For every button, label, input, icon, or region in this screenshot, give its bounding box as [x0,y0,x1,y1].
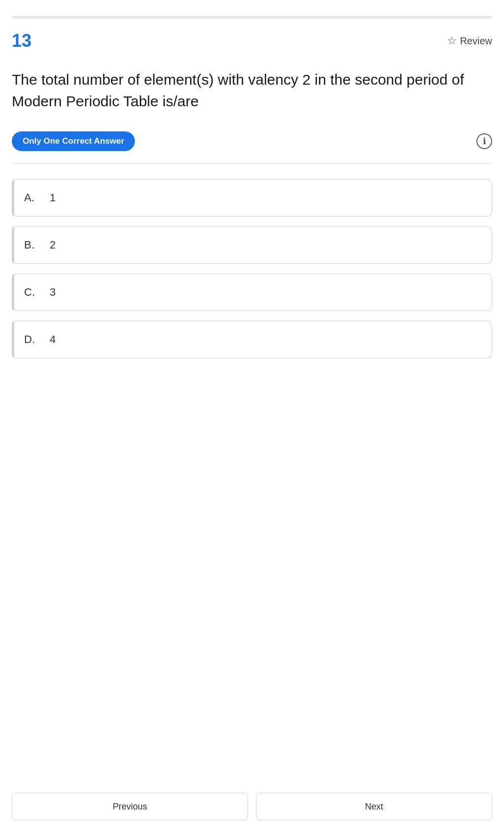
star-icon: ☆ [447,34,457,47]
review-label: Review [460,35,492,47]
option-c-value: 3 [50,286,56,299]
option-c-letter: C. [24,286,40,299]
info-symbol: ℹ [483,136,486,147]
option-a[interactable]: A. 1 [12,179,492,217]
progress-bar [12,16,492,19]
badge-row: Only One Correct Answer ℹ [12,131,492,151]
info-icon[interactable]: ℹ [476,133,492,149]
question-number: 13 [12,31,32,51]
option-c[interactable]: C. 3 [12,274,492,311]
answer-type-badge: Only One Correct Answer [12,131,135,151]
review-button[interactable]: ☆ Review [447,34,492,47]
option-b[interactable]: B. 2 [12,226,492,264]
bottom-nav: Previous Next [12,793,492,820]
next-button[interactable]: Next [256,793,492,820]
page-container: 13 ☆ Review The total number of element(… [0,0,504,840]
divider [12,163,492,163]
top-bar: 13 ☆ Review [12,31,492,51]
option-a-value: 1 [50,191,56,204]
options-list: A. 1 B. 2 C. 3 D. 4 [12,179,492,358]
option-b-letter: B. [24,239,40,251]
option-b-value: 2 [50,239,56,251]
question-text: The total number of element(s) with vale… [12,69,492,112]
option-d-value: 4 [50,333,56,346]
option-a-letter: A. [24,191,40,204]
prev-button[interactable]: Previous [12,793,248,820]
option-d-letter: D. [24,333,40,346]
option-d[interactable]: D. 4 [12,321,492,358]
